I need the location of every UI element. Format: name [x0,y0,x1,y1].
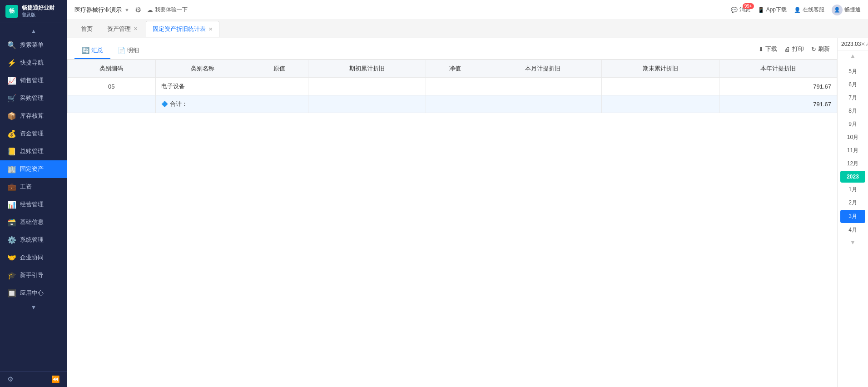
app-logo: 畅 畅捷通好业财 普及版 [0,0,67,23]
subtotal-label-cell: 🔷 合计： [155,95,250,113]
subtab-detail[interactable]: 📄 明细 [110,43,146,59]
month-9[interactable]: 9月 [838,118,868,131]
tab-home[interactable]: 首页 [74,21,99,37]
refresh-button[interactable]: ↻ 刷新 [811,45,830,53]
search-icon: 🔍 [7,41,15,50]
tabs-bar: 首页 资产管理 ✕ 固定资产折旧统计表 ✕ [67,20,868,38]
guide-icon: 🎓 [7,271,15,280]
username: 畅捷通 [844,6,861,14]
print-icon: 🖨 [784,46,790,53]
company-settings-icon[interactable]: ⚙ [135,5,141,14]
trial-icon: ☁ [147,6,153,14]
month-4[interactable]: 4月 [838,223,868,237]
depreciation-table: 类别编码 类别名称 原值 期初累计折旧 净值 本月计提折旧 期末累计折旧 本年计… [67,60,837,113]
print-button[interactable]: 🖨 打印 [784,45,804,53]
sidebar-item-inventory[interactable]: 📦 库存核算 [0,107,67,125]
month-8[interactable]: 8月 [838,104,868,118]
messages-button[interactable]: 💬 消息 99+ [731,6,750,14]
main-area: 医疗器械行业演示 ▼ ⚙ ☁ 我要体验一下 💬 消息 99+ 📱 App下载 👤… [67,0,868,387]
service-label: 在线客服 [803,6,824,14]
toolbar-right: ⬇ 下载 🖨 打印 ↻ 刷新 [759,45,830,57]
month-12[interactable]: 12月 [838,157,868,170]
month-10[interactable]: 10月 [838,131,868,144]
month-6[interactable]: 6月 [838,78,868,91]
sidebar-item-funds[interactable]: 💰 资金管理 [0,125,67,143]
month-11[interactable]: 11月 [838,144,868,157]
tab-assets-label: 资产管理 [107,25,131,33]
subtab-detail-label: 明细 [127,46,139,55]
col-original: 原值 [250,60,308,78]
download-icon: 📱 [758,7,764,13]
sidebar-item-operations[interactable]: 📊 经营管理 [0,196,67,213]
inventory-icon: 📦 [7,112,15,120]
sidebar: 畅 畅捷通好业财 普及版 ▲ 🔍 搜索菜单 ⚡ 快捷导航 📈 销售管理 🛒 采购… [0,0,67,387]
date-panel-close-icon[interactable]: ✕ [861,41,865,47]
sidebar-item-label: 基础信息 [20,218,44,226]
row-net-value [426,78,484,95]
collapse-icon[interactable]: ⏪ [51,375,60,383]
sidebar-scroll-down[interactable]: ▼ [0,302,67,313]
month-3[interactable]: 3月 [840,210,865,223]
chevron-down-icon: ▼ [124,7,129,13]
sidebar-item-guide[interactable]: 🎓 新手引导 [0,267,67,284]
col-period-end-accum: 期末累计折旧 [602,60,719,78]
logo-text: 畅捷通好业财 [22,5,55,12]
settings-bottom-icon[interactable]: ⚙ [7,375,13,383]
company-selector[interactable]: 医疗器械行业演示 ▼ [74,6,129,14]
operations-icon: 📊 [7,200,15,209]
date-panel-title: 2023.03 [841,41,861,47]
sidebar-item-sales[interactable]: 📈 销售管理 [0,72,67,89]
sidebar-item-label: 快捷导航 [20,59,44,67]
sidebar-item-quicknav[interactable]: ⚡ 快捷导航 [0,54,67,72]
month-7[interactable]: 7月 [838,91,868,104]
user-menu[interactable]: 👤 畅捷通 [832,5,861,15]
sidebar-item-appcenter[interactable]: 🔲 应用中心 [0,284,67,302]
subtab-summary[interactable]: 🔄 汇总 [74,43,110,59]
sub-tabs-bar: 🔄 汇总 📄 明细 ⬇ 下载 🖨 打印 [67,38,837,60]
row-monthly-depr [484,78,602,95]
date-prev-year-btn[interactable]: ▲ [838,50,868,61]
sidebar-item-payroll[interactable]: 💼 工资 [0,178,67,196]
sidebar-nav: ▲ 🔍 搜索菜单 ⚡ 快捷导航 📈 销售管理 🛒 采购管理 📦 库存核算 💰 资… [0,23,67,371]
tab-assets-close[interactable]: ✕ [134,26,138,32]
payroll-icon: 💼 [7,183,15,191]
subtotal-cat-code [68,95,156,113]
tab-depreciation[interactable]: 固定资产折旧统计表 ✕ [146,21,219,37]
sidebar-item-basicinfo[interactable]: 🗃️ 基础信息 [0,213,67,231]
date-next-year-btn[interactable]: ▼ [838,237,868,248]
sidebar-item-enterprise[interactable]: 🤝 企业协同 [0,249,67,267]
tab-depreciation-close[interactable]: ✕ [208,26,213,32]
date-panel-header: 2023.03 ✕ ⤢ [838,38,868,50]
date-panel-expand-icon[interactable]: ⤢ [865,41,868,47]
sidebar-item-sysadmin[interactable]: ⚙️ 系统管理 [0,231,67,249]
quicknav-icon: ⚡ [7,59,15,67]
funds-icon: 💰 [7,129,15,138]
sidebar-item-label: 采购管理 [20,94,44,102]
col-annual-depr: 本年计提折旧 [719,60,837,78]
sidebar-item-label: 应用中心 [20,289,44,297]
trial-button[interactable]: ☁ 我要体验一下 [147,6,188,14]
download-button[interactable]: ⬇ 下载 [759,45,777,53]
month-2[interactable]: 2月 [838,196,868,209]
col-monthly-depr: 本月计提折旧 [484,60,602,78]
tab-assets[interactable]: 资产管理 ✕ [101,21,144,37]
sidebar-item-ledger[interactable]: 📒 总账管理 [0,143,67,160]
sidebar-item-search[interactable]: 🔍 搜索菜单 [0,36,67,54]
subtotal-monthly-depr [484,95,602,113]
subtotal-expand-icon[interactable]: 🔷 [161,101,168,107]
sidebar-scroll-up[interactable]: ▲ [0,26,67,36]
year-2023[interactable]: 2023 [840,171,865,183]
col-net-value: 净值 [426,60,484,78]
subtotal-annual-depr: 791.67 [719,95,837,113]
sidebar-item-label: 资金管理 [20,129,44,138]
sidebar-item-purchase[interactable]: 🛒 采购管理 [0,89,67,107]
col-accum-depr: 期初累计折旧 [308,60,426,78]
sidebar-item-fixedassets[interactable]: 🏢 固定资产 [0,160,67,178]
download-toolbar-icon: ⬇ [759,46,764,53]
month-5[interactable]: 5月 [838,65,868,78]
tab-home-label: 首页 [81,25,93,33]
online-service-button[interactable]: 👤 在线客服 [794,6,824,14]
app-download-button[interactable]: 📱 App下载 [758,6,787,14]
month-1[interactable]: 1月 [838,183,868,196]
summary-icon: 🔄 [82,47,89,54]
